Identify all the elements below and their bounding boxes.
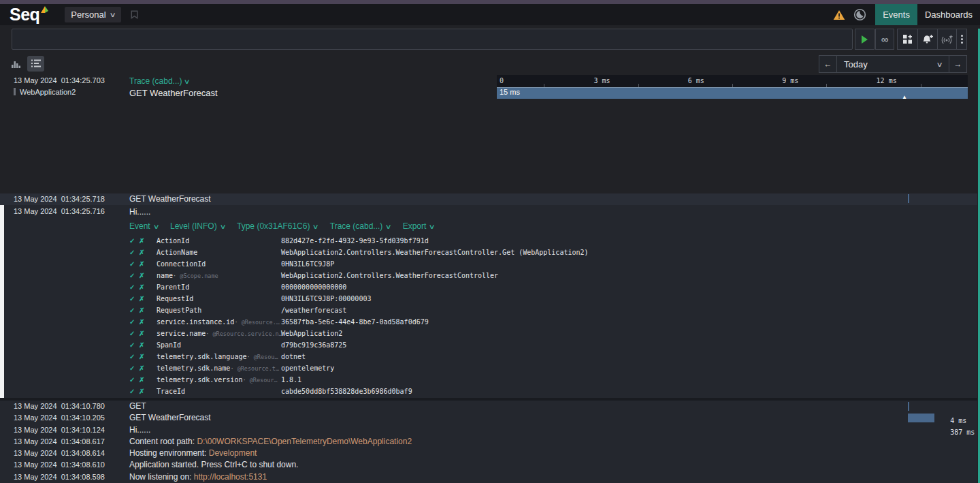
property-value[interactable]: dotnet: [281, 351, 306, 362]
run-query-button[interactable]: [855, 29, 875, 50]
nav-tab[interactable]: Events: [875, 4, 917, 25]
add-alert-button[interactable]: [917, 29, 937, 50]
property-name[interactable]: SpanId: [157, 339, 181, 352]
property-name[interactable]: RequestId: [157, 293, 193, 305]
filter-exclude-icon[interactable]: ✗: [139, 339, 144, 351]
event-row[interactable]: 13 May 2024 01:34:08.614 Hosting environ…: [0, 448, 977, 459]
bookmark-icon[interactable]: [129, 10, 140, 20]
event-row[interactable]: 13 May 2024 01:34:08.598 Now listening o…: [0, 471, 977, 483]
expanded-event[interactable]: 13 May 2024 01:34:25.716 Hi...... Event …: [0, 205, 977, 398]
filter-include-icon[interactable]: ✓: [129, 351, 135, 362]
event-row-selected[interactable]: 13 May 2024 01:34:25.718 GET WeatherFore…: [0, 193, 977, 205]
filter-exclude-icon[interactable]: ✗: [139, 328, 144, 339]
property-value[interactable]: WebApplication2.Controllers.WeatherForec…: [281, 270, 498, 281]
property-name[interactable]: ConnectionId: [157, 258, 206, 270]
event-row[interactable]: 13 May 2024 01:34:10.205 GET WeatherFore…: [0, 412, 977, 424]
property-value[interactable]: 0HN3IL6TC9J8P:00000003: [281, 293, 371, 305]
filter-exclude-icon[interactable]: ✗: [139, 305, 144, 316]
property-value[interactable]: 0HN3IL6TC9J8P: [281, 258, 334, 270]
property-name[interactable]: telemetry.sdk.language@Resou…: [157, 351, 278, 363]
property-value[interactable]: 0000000000000000: [281, 281, 346, 293]
property-value[interactable]: 36587fba-5e6c-44e4-8be7-0ad58af0d679: [281, 316, 429, 328]
search-input[interactable]: [12, 29, 853, 50]
property-name[interactable]: ActionName: [157, 247, 197, 259]
trace-dropdown[interactable]: Trace (cabd...) ∨: [129, 76, 189, 86]
filter-exclude-icon[interactable]: ✗: [139, 293, 144, 305]
property-value[interactable]: cabde50dd8bf538828de3b6986d0baf9: [281, 386, 412, 397]
detail-menu-item[interactable]: Type (0x31AF61C6) ∨: [237, 221, 318, 231]
property-row: ✓ ✗ ActionId 882d427e-f2fd-4932-9e93-5fd…: [4, 235, 977, 247]
event-row[interactable]: 13 May 2024 01:34:08.610 Application sta…: [0, 459, 977, 471]
property-name[interactable]: service.instance.id@Resource.…: [157, 316, 280, 328]
filter-exclude-icon[interactable]: ✗: [139, 316, 144, 328]
filter-include-icon[interactable]: ✓: [129, 316, 135, 328]
filter-exclude-icon[interactable]: ✗: [139, 281, 144, 293]
next-range-button[interactable]: →: [949, 56, 966, 72]
property-name[interactable]: name@Scope.name: [157, 270, 218, 282]
detail-menu-item[interactable]: Export ∨: [403, 221, 435, 231]
filter-include-icon[interactable]: ✓: [129, 293, 135, 305]
arrow-right-icon: →: [954, 59, 962, 69]
property-name[interactable]: ParentId: [157, 281, 189, 294]
filter-include-icon[interactable]: ✓: [129, 281, 135, 293]
histogram-view-toggle[interactable]: [8, 56, 25, 72]
property-annotation: @Resource.service.n…: [206, 330, 282, 337]
filter-exclude-icon[interactable]: ✗: [139, 386, 144, 397]
tail-stream-button[interactable]: ∞: [875, 29, 894, 50]
property-row: ✓ ✗ ConnectionId 0HN3IL6TC9J8P: [4, 258, 977, 270]
property-name[interactable]: service.name@Resource.service.n…: [157, 328, 282, 340]
property-annotation: @Scope.name: [173, 272, 218, 279]
filter-include-icon[interactable]: ✓: [129, 374, 135, 386]
add-to-dashboard-button[interactable]: [897, 29, 917, 50]
warning-icon[interactable]: [829, 10, 849, 20]
filter-include-icon[interactable]: ✓: [129, 362, 135, 374]
property-value[interactable]: opentelemetry: [281, 362, 334, 374]
filter-include-icon[interactable]: ✓: [129, 339, 135, 351]
filter-include-icon[interactable]: ✓: [129, 386, 135, 397]
filter-include-icon[interactable]: ✓: [129, 328, 135, 339]
filter-include-icon[interactable]: ✓: [129, 258, 135, 270]
property-name[interactable]: telemetry.sdk.version@Resour…: [157, 374, 278, 386]
filter-include-icon[interactable]: ✓: [129, 270, 135, 281]
event-row[interactable]: 13 May 2024 01:34:08.617 Content root pa…: [0, 436, 977, 448]
property-value[interactable]: /weatherforecast: [281, 305, 346, 316]
event-row[interactable]: 13 May 2024 01:34:10.780 GET 4 ms: [0, 401, 977, 412]
detail-menu-item[interactable]: Trace (cabd...) ∨: [330, 221, 391, 231]
property-name[interactable]: telemetry.sdk.name@Resource.t…: [157, 362, 279, 375]
detail-menu-item[interactable]: Event ∨: [129, 221, 159, 231]
property-value[interactable]: d79bc919c36a8725: [281, 339, 346, 351]
dark-mode-moon-icon[interactable]: [849, 8, 870, 21]
add-signal-button[interactable]: [937, 29, 956, 50]
property-value[interactable]: 1.8.1: [281, 374, 301, 386]
filter-exclude-icon[interactable]: ✗: [139, 258, 144, 270]
filter-exclude-icon[interactable]: ✗: [139, 351, 144, 362]
message-highlight: D:\00WORKSPACE\OpenTelemetryDemo\WebAppl…: [197, 437, 412, 446]
filter-include-icon[interactable]: ✓: [129, 247, 135, 258]
property-name[interactable]: RequestPath: [157, 305, 201, 317]
property-name[interactable]: ActionId: [157, 235, 189, 247]
date-range-selector[interactable]: Today ∨: [837, 56, 949, 72]
seq-logo[interactable]: Seq: [10, 4, 48, 25]
workspace-selector[interactable]: Personal ∨: [65, 7, 121, 22]
filter-include-icon[interactable]: ✓: [129, 305, 135, 316]
expanded-list-view-toggle[interactable]: [27, 56, 44, 72]
detail-menu-item[interactable]: Level (INFO) ∨: [170, 221, 225, 231]
property-value[interactable]: WebApplication2.Controllers.WeatherForec…: [281, 247, 589, 258]
filter-exclude-icon[interactable]: ✗: [139, 374, 144, 386]
trace-timeline-ruler: 0 3 ms 6 ms 9 ms 12 ms: [497, 75, 968, 87]
event-row[interactable]: 13 May 2024 01:34:10.124 Hi......: [0, 424, 977, 436]
trace-duration-bar[interactable]: 15 ms ▲: [497, 87, 968, 99]
filter-exclude-icon[interactable]: ✗: [139, 270, 144, 281]
previous-range-button[interactable]: ←: [819, 56, 837, 72]
property-value[interactable]: 882d427e-f2fd-4932-9e93-5fd039bf791d: [281, 235, 429, 247]
filter-exclude-icon[interactable]: ✗: [139, 362, 144, 374]
filter-exclude-icon[interactable]: ✗: [139, 235, 144, 247]
filter-include-icon[interactable]: ✓: [129, 235, 135, 247]
filter-exclude-icon[interactable]: ✗: [139, 247, 144, 258]
event-timestamp: 13 May 2024 01:34:08.610: [14, 461, 105, 469]
more-options-button[interactable]: [956, 29, 967, 50]
property-name[interactable]: TraceId: [157, 386, 185, 398]
message-highlight: Development: [209, 448, 257, 458]
property-value[interactable]: WebApplication2: [281, 328, 342, 339]
nav-tab[interactable]: Dashboards: [917, 4, 980, 25]
